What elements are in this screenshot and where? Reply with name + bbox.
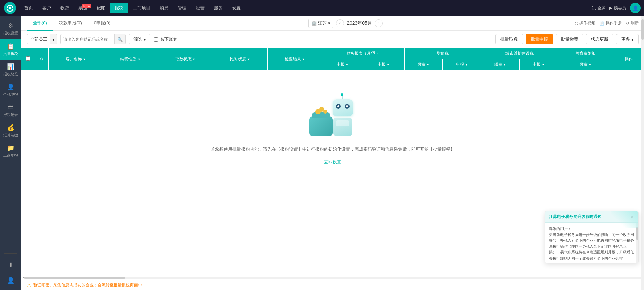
notification-scroll-thumb[interactable]: [636, 227, 638, 240]
notification-header: 江苏电子税务局升级影响通知 ✕: [545, 211, 638, 223]
tax-records-icon: 🗃: [8, 104, 14, 111]
vip-btn[interactable]: ▶ 畅会员: [609, 5, 626, 11]
new-badge: NEW: [82, 4, 91, 8]
user-avatar[interactable]: 👤: [630, 3, 641, 13]
subset-checkbox-label[interactable]: 名下账套: [154, 36, 177, 42]
tab-center: 🏢 江苏 ▾ ‹ 2023年05月 ›: [308, 19, 383, 28]
col-client-name: 客户名称: [48, 48, 103, 70]
scroll-bar-area: ◂: [21, 275, 644, 280]
top-navigation: 首页 客户 收费 票据 NEW 记账 报税 工商项目 消息 管理 经营 服务 设…: [0, 0, 644, 16]
user-btn[interactable]: 👤: [4, 274, 17, 287]
fullscreen-icon: ⛶: [592, 6, 596, 10]
page-scrollbar-track: [641, 16, 644, 290]
sidebar-item-annual-settle[interactable]: 💰 汇算清缴: [0, 121, 21, 141]
tab-left: 全部(0) 税款申报(0) 0申报(0): [27, 16, 116, 31]
more-btn[interactable]: 更多 ▾: [616, 34, 639, 44]
nav-manage[interactable]: 管理: [173, 3, 191, 13]
operation-video-btn[interactable]: ◎ 操作视频: [575, 20, 595, 26]
data-table: ⚙ 客户名称 纳税性质 取数状态 比对状态 检查结果 财务报表（月/季） 增值税…: [21, 48, 644, 188]
nav-items: 首页 客户 收费 票据 NEW 记账 报税 工商项目 消息 管理 经营 服务 设…: [19, 3, 592, 13]
col-city-declare: 申报: [443, 59, 481, 70]
settings-icon[interactable]: ⚙: [40, 57, 44, 61]
operation-manual-btn[interactable]: 📄 操作手册: [599, 20, 622, 26]
sidebar-bottom: ⬇ 👤: [4, 251, 17, 290]
search-input[interactable]: [61, 37, 114, 42]
batch-pay-btn[interactable]: 批量缴费: [556, 34, 583, 44]
nav-operation[interactable]: 经营: [191, 3, 209, 13]
status-update-btn[interactable]: 状态更新: [586, 34, 613, 44]
page-scrollbar-thumb[interactable]: [641, 19, 644, 40]
nav-fee[interactable]: 收费: [56, 3, 74, 13]
sidebar-item-tax-records[interactable]: 🗃 报税记录: [0, 100, 21, 121]
tab-right: ◎ 操作视频 📄 操作手册 ↺ 刷新: [575, 20, 639, 26]
col-check-result: 检查结果: [267, 48, 322, 70]
sidebar-item-business-annual[interactable]: 📁 工商年报: [0, 141, 21, 161]
next-month-btn[interactable]: ›: [375, 19, 383, 27]
refresh-btn[interactable]: ↺ 刷新: [626, 20, 639, 26]
setup-link[interactable]: 立即设置: [324, 159, 341, 165]
col-tax-type: 纳税性质: [103, 48, 158, 70]
tab-tax-declare[interactable]: 税款申报(0): [53, 16, 88, 31]
employee-select[interactable]: 全部员工 ▾: [27, 34, 57, 44]
tab-all[interactable]: 全部(0): [27, 16, 53, 31]
col-edu-pay: 缴费: [558, 59, 613, 70]
nav-service[interactable]: 服务: [209, 3, 227, 13]
robot-illustration: [306, 93, 360, 140]
logo[interactable]: [3, 1, 17, 15]
nav-accounting[interactable]: 记账: [92, 3, 110, 13]
search-box: 🔍: [60, 34, 126, 44]
nav-settings[interactable]: 设置: [227, 3, 246, 13]
nav-message[interactable]: 消息: [155, 3, 173, 13]
scroll-track: [25, 277, 643, 279]
region-select[interactable]: 🏢 江苏 ▾: [308, 19, 333, 28]
warning-icon: ⚠: [27, 283, 31, 288]
col-city-tax: 城市维护建设税: [481, 48, 558, 59]
region-icon: 🏢: [311, 21, 317, 26]
employee-select-arrow[interactable]: ▾: [50, 34, 57, 44]
sidebar-item-batch-tax[interactable]: 📋 批量报税: [0, 39, 21, 60]
fullscreen-btn[interactable]: ⛶ 全屏: [592, 5, 605, 11]
prev-month-btn[interactable]: ‹: [336, 19, 344, 27]
nav-home[interactable]: 首页: [19, 3, 38, 13]
download-btn[interactable]: ⬇: [6, 259, 16, 271]
nav-tax[interactable]: 报税: [110, 3, 128, 13]
current-date: 2023年05月: [347, 20, 372, 26]
refresh-icon: ↺: [626, 21, 629, 26]
sidebar-item-tax-settings[interactable]: ⚙ 报税设置: [0, 19, 21, 39]
col-fetch-status: 取数状态: [158, 48, 213, 70]
subset-checkbox[interactable]: [154, 37, 158, 42]
search-button[interactable]: 🔍: [114, 34, 125, 44]
tax-overview-icon: 📊: [7, 63, 14, 70]
status-text: 验证账密、采集信息均成功的企业才会流转至批量报税页面中: [33, 282, 142, 288]
scroll-thumb[interactable]: [25, 277, 125, 279]
col-operation: 操作: [613, 48, 644, 70]
select-all-checkbox[interactable]: [26, 56, 30, 61]
notification-title: 江苏电子税务局升级影响通知: [549, 214, 601, 220]
toolbar-right: 批量取数 批量申报 批量缴费 状态更新 更多 ▾: [495, 34, 639, 44]
filter-button[interactable]: 筛选 ▾: [129, 34, 150, 44]
video-icon: ◎: [575, 21, 578, 26]
notification-close-btn[interactable]: ✕: [630, 214, 634, 220]
batch-declare-btn[interactable]: 批量申报: [526, 34, 553, 44]
batch-fetch-btn[interactable]: 批量取数: [495, 34, 523, 44]
col-vat-pay: 缴费: [404, 59, 443, 70]
vip-icon: ▶: [609, 6, 612, 10]
notification-scrollbar: [636, 223, 638, 263]
sidebar-item-tax-overview[interactable]: 📊 报税总览: [0, 60, 21, 80]
tab-zero-declare[interactable]: 0申报(0): [88, 16, 116, 31]
nav-business[interactable]: 工商项目: [128, 3, 155, 13]
nav-right: ⛶ 全屏 ▶ 畅会员 👤: [592, 3, 641, 13]
business-annual-icon: 📁: [7, 144, 14, 152]
status-bar: ⚠ 验证账密、采集信息均成功的企业才会流转至批量报税页面中: [21, 280, 644, 290]
nav-client[interactable]: 客户: [38, 3, 56, 13]
tax-settings-icon: ⚙: [8, 22, 13, 29]
sidebar-item-personal-tax[interactable]: 👤 个税申报: [0, 80, 21, 100]
nav-invoice[interactable]: 票据 NEW: [74, 3, 92, 13]
personal-tax-icon: 👤: [7, 83, 14, 91]
filter-chevron-icon: ▾: [144, 37, 146, 42]
col-city-pay: 缴费: [481, 59, 520, 70]
sidebar-divider: [4, 253, 17, 254]
manual-icon: 📄: [599, 21, 604, 26]
col-vat: 增值税: [404, 48, 481, 59]
toolbar: 全部员工 ▾ 🔍 筛选 ▾ 名下账套 批量取数 批量申报 批量缴费 状态更新: [21, 31, 644, 48]
